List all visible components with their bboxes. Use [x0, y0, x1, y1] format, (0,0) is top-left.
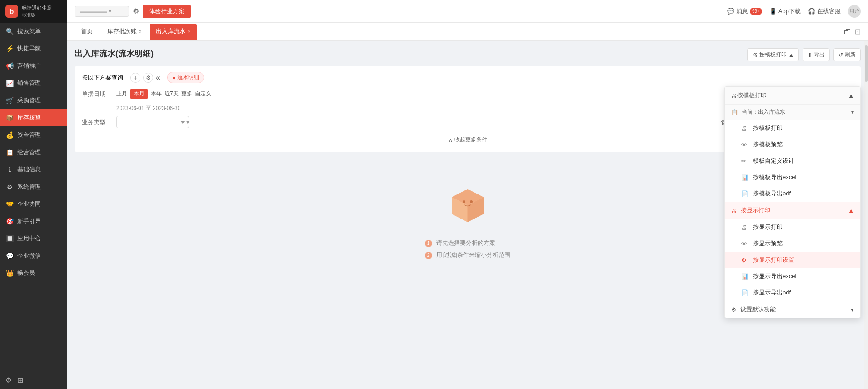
date-option-more[interactable]: 更多	[181, 90, 192, 98]
biz-type-select[interactable]	[116, 116, 189, 128]
user-name: 用户	[849, 8, 859, 15]
filter-collapse-left[interactable]: «	[156, 74, 160, 82]
template-print-icon: 🖨	[741, 125, 748, 132]
active-filter-tag[interactable]: ● 流水明细	[167, 72, 204, 83]
dropdown-item-template-print[interactable]: 🖨 按模板打印	[725, 120, 860, 136]
selected-filter-tags: ● 流水明细	[167, 72, 204, 83]
sidebar-item-operations[interactable]: 📋 经营管理	[0, 144, 67, 161]
company-name: 畅捷通好生意	[22, 5, 52, 11]
wechat-label: 企业微信	[17, 252, 62, 260]
hint-number-1: 1	[425, 240, 432, 247]
topbar-search-box[interactable]: ▬▬▬▬▬ ▾	[75, 6, 129, 17]
page-title: 出入库流水(流水明细)	[75, 48, 861, 59]
content-wrapper: 出入库流水(流水明细) 🖨 按模板打印 ▲ ⬆ 导出 ↺ 刷新	[67, 41, 868, 389]
collapse-label: 收起更多条件	[454, 136, 487, 144]
date-option-current-month[interactable]: 本月	[130, 89, 148, 99]
topbar-right: 💬 消息 99+ 📱 App下载 🎧 在线客服 用户	[727, 5, 861, 18]
purchase-icon: 🛒	[5, 96, 14, 105]
quick-nav-label: 快捷导航	[17, 45, 62, 53]
sidebar-item-finance[interactable]: 💰 资金管理	[0, 126, 67, 144]
operations-label: 经营管理	[17, 148, 62, 156]
dropdown-footer[interactable]: ⚙ 设置默认功能 ▾	[725, 301, 860, 318]
display-print-label: 按显示打印	[753, 223, 783, 231]
tab-restore-btn[interactable]: 🗗	[844, 28, 851, 36]
sidebar-item-basic-info[interactable]: ℹ 基础信息	[0, 161, 67, 178]
dropdown-item-display-preview[interactable]: 👁 按显示预览	[725, 235, 860, 252]
sidebar-item-app-center[interactable]: 🔲 应用中心	[0, 230, 67, 247]
tab-inventory-batch-close[interactable]: ×	[139, 29, 141, 34]
member-label: 畅会员	[17, 269, 62, 277]
user-avatar[interactable]: 用户	[848, 5, 861, 18]
default-settings-arrow: ▾	[851, 306, 854, 313]
message-icon: 💬	[727, 8, 734, 15]
display-preview-icon: 👁	[741, 240, 748, 247]
dropdown-item-display-settings[interactable]: ⚙ 按显示打印设置	[725, 252, 860, 268]
sidebar-item-purchase[interactable]: 🛒 采购管理	[0, 92, 67, 109]
dropdown-header[interactable]: 🖨 按模板打印 ▲	[725, 87, 860, 105]
dropdown-item-display-excel[interactable]: 📊 按显示导出excel	[725, 268, 860, 284]
date-option-custom[interactable]: 自定义	[195, 90, 211, 98]
dropdown-item-display-pdf[interactable]: 📄 按显示导出pdf	[725, 284, 860, 301]
sidebar-item-member[interactable]: 👑 畅会员	[0, 264, 67, 282]
display-settings-icon: ⚙	[741, 257, 748, 264]
display-section-header[interactable]: 🖨 按显示打印 ▲	[725, 202, 860, 219]
inventory-icon: 📦	[5, 114, 14, 122]
filter-gear-button[interactable]: ⚙	[143, 73, 153, 83]
date-option-current-year[interactable]: 本年	[151, 90, 162, 98]
tab-inventory-batch[interactable]: 库存批次账 ×	[101, 24, 148, 40]
sidebar-item-inventory[interactable]: 📦 库存核算	[0, 109, 67, 126]
export-btn[interactable]: ⬆ 导出	[803, 48, 830, 61]
empty-illustration	[445, 185, 490, 230]
empty-hint-2: 2 用[过滤]条件来缩小分析范围	[425, 251, 511, 259]
vertical-scrollbar[interactable]	[864, 41, 868, 389]
hint-number-2: 2	[425, 252, 432, 259]
current-selection-label: 当前：出入库流水	[742, 108, 785, 116]
print-template-btn[interactable]: 🖨 按模板打印 ▲	[747, 48, 799, 61]
tab-home[interactable]: 首页	[75, 24, 99, 40]
app-download-label: App下载	[778, 7, 801, 15]
sidebar-item-system[interactable]: ⚙ 系统管理	[0, 178, 67, 195]
date-filter-label: 单据日期	[82, 90, 109, 98]
sales-icon: 📈	[5, 79, 14, 87]
sidebar-item-marketing[interactable]: 📢 营销推广	[0, 57, 67, 75]
topbar: ▬▬▬▬▬ ▾ ⚙ 体验行业方案 💬 消息 99+ 📱 App下载 🎧 在线客服…	[67, 0, 868, 23]
sidebar-item-search[interactable]: 🔍 搜索菜单	[0, 23, 67, 40]
display-section-label: 按显示打印	[741, 206, 770, 214]
logo-icon: b	[5, 5, 18, 18]
guide-label: 新手引导	[17, 217, 62, 225]
main-area: ▬▬▬▬▬ ▾ ⚙ 体验行业方案 💬 消息 99+ 📱 App下载 🎧 在线客服…	[67, 0, 868, 389]
empty-hint-1: 1 请先选择要分析的方案	[425, 239, 511, 247]
sidebar-item-quick-nav[interactable]: ⚡ 快捷导航	[0, 40, 67, 57]
message-btn[interactable]: 💬 消息 99+	[727, 7, 762, 15]
tab-flow-close[interactable]: ×	[187, 29, 190, 34]
settings-footer-icon[interactable]: ⚙	[5, 376, 12, 384]
filter-add-button[interactable]: +	[130, 73, 140, 83]
sidebar-item-collaboration[interactable]: 🤝 企业协同	[0, 195, 67, 213]
nav-footer-icon[interactable]: ⊞	[17, 376, 23, 384]
tab-expand-btn[interactable]: ⊡	[855, 27, 861, 36]
topbar-dropdown-arrow: ▾	[109, 8, 111, 15]
dropdown-item-display-print[interactable]: 🖨 按显示打印	[725, 219, 860, 235]
sidebar-item-wechat[interactable]: 💬 企业微信	[0, 247, 67, 264]
refresh-btn[interactable]: ↺ 刷新	[833, 48, 861, 61]
display-excel-icon: 📊	[741, 273, 748, 280]
app-download-btn[interactable]: 📱 App下载	[769, 7, 801, 15]
dropdown-item-template-design[interactable]: ✏ 模板自定义设计	[725, 153, 860, 169]
sidebar-item-guide[interactable]: 🎯 新手引导	[0, 213, 67, 230]
date-option-7days[interactable]: 近7天	[165, 90, 179, 98]
topbar-gear-icon[interactable]: ⚙	[133, 7, 139, 15]
date-option-prev-month[interactable]: 上月	[116, 90, 127, 98]
online-service-btn[interactable]: 🎧 在线客服	[808, 7, 841, 15]
trial-button[interactable]: 体验行业方案	[143, 5, 191, 18]
dropdown-current[interactable]: 📋 当前：出入库流水 ▾	[725, 105, 860, 120]
tab-flow[interactable]: 出入库流水 ×	[150, 24, 196, 40]
dropdown-item-template-excel[interactable]: 📊 按模板导出excel	[725, 169, 860, 185]
purchase-label: 采购管理	[17, 96, 62, 105]
sidebar-item-sales[interactable]: 📈 销售管理	[0, 75, 67, 92]
inventory-label: 库存核算	[17, 114, 62, 122]
logo-area: b 畅捷通好生意 标准版	[0, 0, 67, 23]
biz-type-label: 业务类型	[82, 118, 109, 126]
default-settings-icon: ⚙	[731, 306, 737, 313]
dropdown-item-template-pdf[interactable]: 📄 按模板导出pdf	[725, 185, 860, 202]
dropdown-item-template-preview[interactable]: 👁 按模板预览	[725, 136, 860, 153]
